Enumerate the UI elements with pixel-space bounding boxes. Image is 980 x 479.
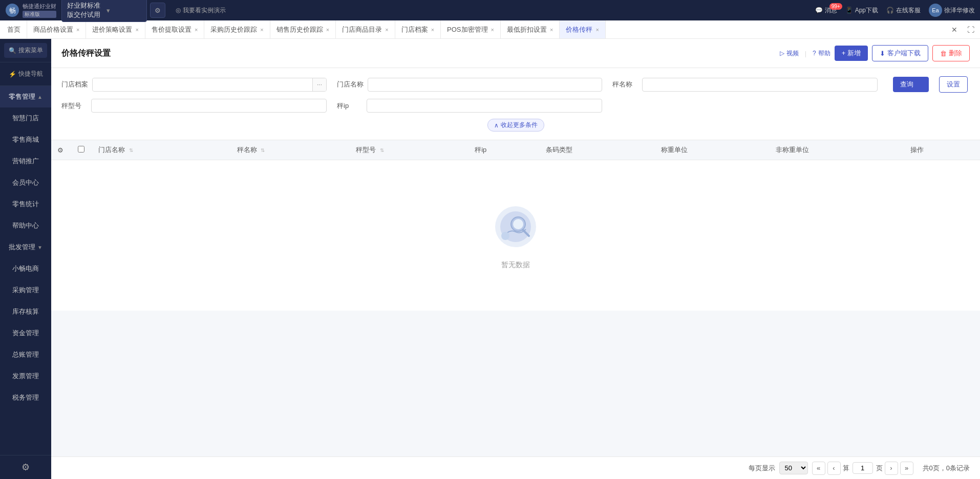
sidebar-item-retail-mall[interactable]: 零售商城 (0, 129, 51, 150)
help-icon: ? (813, 50, 816, 57)
tab-min-discount-close[interactable]: × (550, 27, 553, 33)
delete-button[interactable]: 🗑 删除 (932, 45, 970, 61)
query-button[interactable]: 查询 (893, 77, 929, 92)
tab-purchase-history-close[interactable]: × (260, 27, 263, 33)
scale-model-input[interactable] (91, 99, 327, 113)
sidebar-item-wholesale-manage[interactable]: 批发管理 ▼ (0, 236, 51, 258)
tab-store-catalog-label: 门店商品目录 (342, 25, 382, 34)
smart-store-label: 智慧门店 (12, 114, 39, 123)
app-logo-icon: 畅 (5, 3, 19, 17)
page-size-select[interactable]: 20 50 100 200 (779, 462, 808, 474)
tab-pos-manage[interactable]: POS加密管理 × (441, 20, 501, 39)
tab-price-setting-close[interactable]: × (76, 27, 79, 33)
quick-nav-icon: ⚡ (9, 71, 16, 78)
online-service-button[interactable]: 🎧 在线客服 (886, 6, 921, 15)
th-store-name-label: 门店名称 (98, 146, 125, 154)
tab-store-catalog[interactable]: 门店商品目录 × (336, 20, 395, 39)
add-label: + 新增 (842, 49, 861, 58)
tab-pos-manage-close[interactable]: × (491, 27, 494, 33)
tab-sale-price-close[interactable]: × (195, 27, 198, 33)
sidebar-item-xiaochang-ecom[interactable]: 小畅电商 (0, 258, 51, 279)
tab-sale-price[interactable]: 售价提取设置 × (145, 20, 204, 39)
avatar: Ea (929, 4, 942, 17)
collapse-button[interactable]: ∧ 收起更多条件 (487, 119, 544, 132)
help-link[interactable]: ? 帮助 (813, 49, 830, 58)
tab-close-all-button[interactable]: ✕ (948, 24, 961, 36)
th-weight-unit: 称重单位 (655, 140, 770, 160)
retail-stats-label: 零售统计 (12, 200, 39, 209)
store-archive-input[interactable] (93, 78, 312, 91)
last-page-button[interactable]: » (900, 462, 913, 475)
table-header-row: ⚙ 门店名称 ⇅ 秤名称 ⇅ (51, 140, 980, 160)
quick-nav-item[interactable]: ⚡ 快捷导航 (0, 66, 51, 82)
user-name: 徐泽华修改 (944, 6, 975, 15)
tab-purchase-history[interactable]: 采购历史价跟踪 × (204, 20, 270, 39)
prev-page-button[interactable]: ‹ (827, 462, 841, 475)
sidebar-item-retail-stats[interactable]: 零售统计 (0, 193, 51, 215)
tab-purchase-strategy-close[interactable]: × (135, 27, 138, 33)
sidebar-item-marketing[interactable]: 营销推广 (0, 150, 51, 172)
sidebar-item-invoice-manage[interactable]: 发票管理 (0, 365, 51, 387)
version-dropdown[interactable]: 好业财标准版交付试用 ▾ (61, 0, 147, 22)
scale-ip-input[interactable] (367, 99, 602, 113)
demo-icon: ◎ (176, 7, 181, 14)
tab-expand-button[interactable]: ⛶ (965, 24, 977, 36)
tab-min-discount[interactable]: 最低折扣设置 × (501, 20, 560, 39)
tab-purchase-strategy-label: 进价策略设置 (92, 25, 132, 34)
sidebar-item-retail-manage[interactable]: 零售管理 ▲ (0, 86, 51, 107)
page-nav: « ‹ 算 页 › » (812, 462, 913, 475)
scale-name-input[interactable] (642, 78, 878, 92)
store-name-input[interactable] (368, 78, 602, 92)
sidebar-item-member-center[interactable]: 会员中心 (0, 172, 51, 193)
sidebar-item-finance[interactable]: 资金管理 (0, 322, 51, 344)
sidebar-settings-button[interactable]: ⚙ (22, 462, 30, 473)
tab-sale-history-close[interactable]: × (326, 27, 329, 33)
tab-price-scale-close[interactable]: × (595, 27, 599, 33)
tab-store-archive-close[interactable]: × (431, 27, 434, 33)
sidebar-item-smart-store[interactable]: 智慧门店 (0, 107, 51, 129)
sidebar-item-help-center[interactable]: 帮助中心 (0, 215, 51, 236)
sort-icon-scale-name[interactable]: ⇅ (261, 147, 265, 153)
tab-min-discount-label: 最低折扣设置 (507, 25, 547, 34)
sidebar-item-purchase-manage[interactable]: 采购管理 (0, 279, 51, 301)
sort-icon-scale-model[interactable]: ⇅ (380, 147, 384, 153)
page-number-input[interactable] (853, 462, 873, 474)
tab-store-archive-label: 门店档案 (401, 25, 428, 34)
download-icon: 📱 (845, 7, 853, 14)
page-word: 算 (843, 464, 849, 473)
app-download-button[interactable]: 📱 App下载 (845, 6, 878, 15)
sidebar-item-tax-manage[interactable]: 税务管理 (0, 387, 51, 408)
tab-home[interactable]: 首页 (3, 20, 27, 39)
tab-price-scale[interactable]: 价格传秤 × (560, 20, 605, 39)
tab-store-archive[interactable]: 门店档案 × (395, 20, 441, 39)
separator-1: | (805, 50, 806, 57)
add-button[interactable]: + 新增 (835, 46, 868, 61)
sort-icon-store-name[interactable]: ⇅ (129, 147, 133, 153)
settings-button[interactable]: ⚙ (150, 3, 165, 18)
demo-link[interactable]: ◎ 我要看实例演示 (174, 6, 226, 15)
download-button[interactable]: ⬇ 客户端下载 (872, 45, 928, 61)
tab-sale-history[interactable]: 销售历史价跟踪 × (270, 20, 336, 39)
search-menu-button[interactable]: 🔍 搜索菜单 (4, 43, 47, 58)
message-button[interactable]: 💬 消息 99+ (815, 6, 837, 15)
sidebar-item-general-ledger[interactable]: 总账管理 (0, 344, 51, 365)
filter-store-archive: 门店档案 ··· (61, 76, 327, 93)
th-scale-model-label: 秤型号 (356, 146, 376, 154)
sidebar-item-inventory[interactable]: 库存核算 (0, 301, 51, 322)
tab-bar-actions: ✕ ⛶ (948, 24, 977, 36)
store-name-label: 门店名称 (337, 80, 364, 89)
next-page-button[interactable]: › (885, 462, 898, 475)
video-link[interactable]: ▷ 视频 (780, 49, 799, 58)
first-page-button[interactable]: « (812, 462, 825, 475)
tab-store-catalog-close[interactable]: × (385, 27, 388, 33)
store-archive-more-btn[interactable]: ··· (312, 78, 326, 91)
select-all-checkbox[interactable] (78, 146, 84, 153)
page-label: 页 (876, 464, 883, 473)
column-settings-icon[interactable]: ⚙ (57, 146, 63, 154)
user-profile-button[interactable]: Ea 徐泽华修改 (929, 4, 975, 17)
tab-purchase-strategy[interactable]: 进价策略设置 × (86, 20, 145, 39)
tab-price-setting[interactable]: 商品价格设置 × (27, 20, 86, 39)
set-button[interactable]: 设置 (939, 76, 968, 93)
filter-row-1: 门店档案 ··· 门店名称 秤名称 查询 (61, 76, 970, 93)
tab-price-scale-label: 价格传秤 (566, 25, 592, 34)
